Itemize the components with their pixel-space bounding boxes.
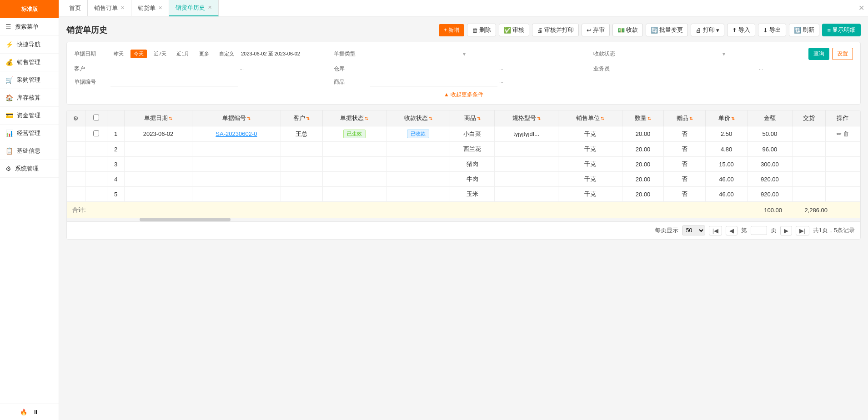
cell-operation[interactable] [825, 187, 860, 202]
tab-home[interactable]: 首页 [63, 0, 88, 16]
date-yesterday[interactable]: 昨天 [110, 50, 127, 58]
page-number-input[interactable]: 1 [751, 226, 767, 235]
col-doc-no[interactable]: 单据编号⇅ [192, 110, 281, 126]
collect-status-input[interactable] [630, 50, 721, 58]
cell-checkbox[interactable] [85, 157, 107, 172]
col-transaction: 交货 [792, 110, 825, 126]
col-doc-date[interactable]: 单据日期⇅ [125, 110, 192, 126]
cell-spec [494, 142, 558, 157]
doc-type-dropdown[interactable]: ▾ [463, 51, 466, 57]
tab-close-all-button[interactable]: ✕ [858, 4, 864, 12]
col-goods[interactable]: 商品⇅ [450, 110, 494, 126]
import-button[interactable]: ⬆ 导入 [727, 24, 755, 36]
tab-sales-order[interactable]: 销售订单 ✕ [88, 0, 131, 16]
horizontal-scrollbar[interactable] [67, 218, 860, 221]
col-price[interactable]: 单价⇅ [706, 110, 748, 126]
staff-select-btn[interactable]: ··· [759, 66, 763, 72]
audit-button[interactable]: ✅ 审核 [499, 24, 529, 36]
warehouse-select-btn[interactable]: ··· [499, 66, 503, 72]
cell-operation[interactable] [825, 157, 860, 172]
show-detail-button[interactable]: ≡ 显示明细 [822, 24, 861, 36]
sidebar-item-quick-nav[interactable]: ⚡ 快捷导航 [0, 36, 59, 54]
page-first-button[interactable]: |◀ [709, 226, 722, 235]
customer-select-btn[interactable]: ··· [240, 66, 244, 72]
doc-no-link[interactable]: SA-20230602-0 [216, 130, 257, 137]
batch-change-button[interactable]: 🔄 批量变更 [646, 24, 688, 36]
staff-input[interactable] [630, 65, 757, 73]
col-settings[interactable]: ⚙ [67, 110, 85, 126]
col-customer[interactable]: 客户⇅ [281, 110, 322, 126]
cell-operation[interactable] [825, 172, 860, 187]
tab-sales-history-close[interactable]: ✕ [208, 5, 212, 10]
date-7days[interactable]: 近7天 [151, 50, 170, 58]
select-all-checkbox[interactable] [93, 115, 99, 120]
sidebar-item-system-mgmt[interactable]: ⚙ 系统管理 [0, 160, 59, 178]
collect-status-dropdown[interactable]: ▾ [722, 51, 725, 57]
system-icon: ⚙ [5, 165, 11, 172]
date-1month[interactable]: 近1月 [173, 50, 192, 58]
cell-checkbox[interactable] [85, 142, 107, 157]
goods-select-btn[interactable]: ··· [499, 80, 503, 85]
new-button[interactable]: + 新增 [439, 24, 464, 36]
doc-no-input[interactable] [110, 78, 238, 86]
sidebar-item-search-menu[interactable]: ☰ 搜索菜单 [0, 18, 59, 36]
total-records: 共1页，5条记录 [813, 226, 855, 235]
page-prev-button[interactable]: ◀ [726, 226, 738, 235]
col-qty[interactable]: 数量⇅ [622, 110, 664, 126]
cell-settings [67, 157, 85, 172]
col-unit[interactable]: 销售单位⇅ [558, 110, 622, 126]
print-button[interactable]: 🖨 打印 ▾ [691, 24, 724, 36]
sidebar-item-basic-info[interactable]: 📋 基础信息 [0, 142, 59, 160]
tab-sales-order-close[interactable]: ✕ [120, 5, 125, 11]
sidebar-footer-icon2[interactable]: ⏸ [33, 409, 39, 415]
cell-qty: 20.00 [622, 142, 664, 157]
table-row: 5玉米千克20.00否46.00920.00 [67, 187, 860, 202]
cell-operation[interactable] [825, 142, 860, 157]
basic-info-icon: 📋 [5, 147, 13, 155]
tab-sales-history[interactable]: 销货单历史 ✕ [169, 0, 219, 16]
scrollbar-thumb[interactable] [140, 218, 231, 221]
row-checkbox[interactable] [93, 130, 99, 136]
audit-print-button[interactable]: 🖨 审核并打印 [532, 24, 579, 36]
date-more[interactable]: 更多 [196, 50, 212, 58]
doc-type-input[interactable] [370, 50, 461, 58]
sidebar-item-finance-mgmt[interactable]: 💳 资金管理 [0, 107, 59, 125]
cell-operation[interactable]: ✏ 🗑 [825, 126, 860, 142]
sidebar-item-inventory[interactable]: 🏠 库存核算 [0, 89, 59, 107]
date-custom[interactable]: 自定义 [216, 50, 237, 58]
cell-amount: 50.00 [747, 126, 792, 142]
tab-sales-goods-close[interactable]: ✕ [158, 5, 162, 11]
date-today[interactable]: 今天 [130, 50, 147, 58]
print-icon: 🖨 [696, 27, 702, 34]
query-button[interactable]: 查询 [808, 48, 829, 60]
tab-sales-goods[interactable]: 销货单 ✕ [131, 0, 169, 16]
page-last-button[interactable]: ▶| [796, 226, 809, 235]
collect-button[interactable]: 💵 收款 [612, 24, 643, 36]
settings-button[interactable]: 设置 [832, 48, 853, 60]
sidebar-item-sales-mgmt[interactable]: 💰 销售管理 [0, 54, 59, 71]
sidebar-item-operation-mgmt[interactable]: 📊 经营管理 [0, 125, 59, 142]
collapse-filter-btn[interactable]: ▲ 收起更多条件 [74, 91, 853, 99]
col-gift[interactable]: 赠品⇅ [664, 110, 706, 126]
sidebar-item-label: 资金管理 [17, 111, 40, 120]
page-size-select[interactable]: 50 100 200 [682, 225, 705, 235]
goods-input[interactable] [370, 78, 497, 86]
col-collect-status[interactable]: 收款状态⇅ [386, 110, 450, 126]
sidebar-footer-icon1[interactable]: 🔥 [20, 409, 27, 415]
cell-checkbox[interactable] [85, 187, 107, 202]
col-checkbox [85, 110, 107, 126]
abandon-button[interactable]: ↩ 弃审 [582, 24, 610, 36]
col-doc-status[interactable]: 单据状态⇅ [322, 110, 386, 126]
cell-checkbox[interactable] [85, 126, 107, 142]
cell-checkbox[interactable] [85, 172, 107, 187]
delete-button[interactable]: 🗑 删除 [467, 24, 496, 36]
warehouse-input[interactable] [370, 65, 497, 73]
sidebar-item-purchase-mgmt[interactable]: 🛒 采购管理 [0, 71, 59, 89]
export-button[interactable]: ⬇ 导出 [758, 24, 786, 36]
refresh-button[interactable]: 🔃 刷新 [789, 24, 819, 36]
sidebar: 标准版 ☰ 搜索菜单 ⚡ 快捷导航 💰 销售管理 🛒 采购管理 🏠 库存核算 💳… [0, 0, 59, 420]
quick-nav-icon: ⚡ [5, 41, 13, 48]
customer-input[interactable] [110, 65, 238, 73]
col-spec[interactable]: 规格型号⇅ [494, 110, 558, 126]
page-next-button[interactable]: ▶ [780, 226, 792, 235]
